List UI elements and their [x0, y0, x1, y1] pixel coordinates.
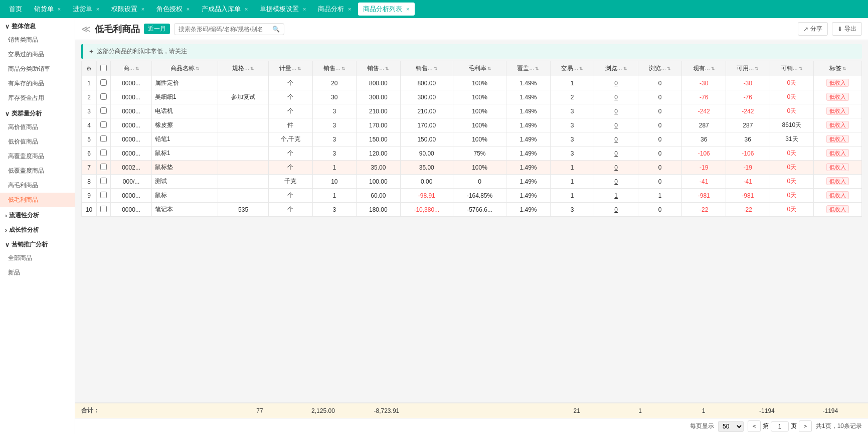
per-page-select[interactable]: 50 100 200 [718, 421, 744, 432]
nav-item-product-entry[interactable]: 产成品入库单 × [197, 3, 253, 16]
th-unit[interactable]: 计量...⇅ [268, 61, 312, 76]
cell-name[interactable]: 电话机 [152, 104, 218, 118]
next-page-button[interactable]: ＞ [799, 420, 812, 432]
share-button[interactable]: ↗ 分享 [798, 22, 828, 36]
page-input[interactable] [771, 421, 789, 431]
select-all-checkbox[interactable] [100, 65, 107, 71]
cell-browse1[interactable]: 0 [594, 147, 638, 161]
sidebar-item-low-coverage[interactable]: 低覆盖度商品 [0, 164, 75, 178]
cell-browse1[interactable]: 0 [594, 203, 638, 217]
sort-arrows-sales-profit[interactable]: ⇅ [434, 66, 438, 71]
browse1-link[interactable]: 0 [614, 136, 618, 143]
close-analysis-icon[interactable]: × [348, 6, 351, 12]
cell-checkbox[interactable] [97, 189, 111, 203]
cell-name[interactable]: 属性定价 [152, 76, 218, 90]
sort-arrows-spec[interactable]: ⇅ [250, 66, 254, 71]
sidebar-item-sales-goods[interactable]: 销售类商品 [0, 33, 75, 47]
nav-item-analysis-list[interactable]: 商品分析列表 × [358, 3, 414, 16]
prev-page-button[interactable]: ＜ [748, 420, 761, 432]
cell-browse1[interactable]: 0 [594, 90, 638, 104]
nav-item-template[interactable]: 单据模板设置 × [255, 3, 311, 16]
sort-arrows-name[interactable]: ⇅ [196, 66, 200, 71]
cell-checkbox[interactable] [97, 175, 111, 189]
close-analysis-list-icon[interactable]: × [406, 6, 409, 12]
browse1-link[interactable]: 0 [614, 94, 618, 101]
nav-item-sales[interactable]: 销货单 × [29, 3, 66, 16]
th-browse1[interactable]: 浏览...⇅ [594, 61, 638, 76]
sort-arrows-available[interactable]: ⇅ [755, 66, 759, 71]
nav-item-role[interactable]: 角色授权 × [151, 3, 195, 16]
row-checkbox[interactable] [100, 150, 107, 156]
browse1-link[interactable]: 0 [614, 108, 618, 115]
th-sales-amount[interactable]: 销售...⇅ [357, 61, 401, 76]
sidebar-group-growth[interactable]: › 成长性分析 [0, 222, 75, 236]
row-checkbox[interactable] [100, 192, 107, 198]
sort-arrows-tag[interactable]: ⇅ [842, 66, 846, 71]
sort-arrows-code[interactable]: ⇅ [135, 66, 139, 71]
sort-arrows-gross-margin[interactable]: ⇅ [487, 66, 491, 71]
sort-arrows-browse1[interactable]: ⇅ [623, 66, 627, 71]
sort-arrows-sales-qty[interactable]: ⇅ [341, 66, 345, 71]
sort-arrows-sales-amount[interactable]: ⇅ [385, 66, 389, 71]
search-box[interactable]: 🔍 [174, 23, 284, 35]
th-sales-qty[interactable]: 销售...⇅ [312, 61, 357, 76]
close-template-icon[interactable]: × [303, 6, 306, 12]
sort-arrows-browse2[interactable]: ⇅ [667, 66, 671, 71]
nav-item-analysis[interactable]: 商品分析 × [313, 3, 356, 16]
sidebar-item-inventory-capital[interactable]: 库存资金占用 [0, 91, 75, 105]
th-saleable[interactable]: 可销...⇅ [770, 61, 814, 76]
cell-browse1[interactable]: 0 [594, 104, 638, 118]
browse1-link[interactable]: 1 [614, 192, 618, 199]
cell-name[interactable]: 吴细细1 [152, 90, 218, 104]
browse1-link[interactable]: 0 [614, 80, 618, 87]
cell-name[interactable]: 橡皮擦 [152, 118, 218, 132]
cell-name[interactable]: 鼠标 [152, 189, 218, 203]
row-checkbox[interactable] [100, 135, 107, 142]
browse1-link[interactable]: 0 [614, 150, 618, 157]
cell-checkbox[interactable] [97, 132, 111, 147]
cell-browse1[interactable]: 0 [594, 118, 638, 132]
sidebar-item-traded-goods[interactable]: 交易过的商品 [0, 47, 75, 62]
sidebar-item-high-coverage[interactable]: 高覆盖度商品 [0, 149, 75, 164]
th-checkbox[interactable] [97, 61, 111, 76]
th-name[interactable]: 商品名称⇅ [152, 61, 218, 76]
close-sales-icon[interactable]: × [58, 6, 61, 12]
nav-item-purchase[interactable]: 进货单 × [68, 3, 104, 16]
cell-browse1[interactable]: 0 [594, 76, 638, 90]
cell-name[interactable]: 鼠标1 [152, 147, 218, 161]
sidebar-item-all-goods[interactable]: 全部商品 [0, 251, 75, 265]
row-checkbox[interactable] [100, 121, 107, 128]
cell-checkbox[interactable] [97, 104, 111, 118]
export-button[interactable]: ⬇ 导出 [832, 22, 862, 36]
sort-arrows-unit[interactable]: ⇅ [297, 66, 301, 71]
cell-name[interactable]: 测试 [152, 175, 218, 189]
close-permission-icon[interactable]: × [141, 6, 144, 12]
sidebar-item-low-value[interactable]: 低价值商品 [0, 134, 75, 149]
cell-browse1[interactable]: 0 [594, 161, 638, 175]
search-icon[interactable]: 🔍 [272, 26, 280, 33]
cell-checkbox[interactable] [97, 118, 111, 132]
cell-checkbox[interactable] [97, 147, 111, 161]
cell-browse1[interactable]: 1 [594, 189, 638, 203]
th-code[interactable]: 商...⇅ [111, 61, 152, 76]
collapse-sidebar-btn[interactable]: ≪ [81, 24, 91, 35]
cell-checkbox[interactable] [97, 90, 111, 104]
th-settings[interactable]: ⚙ [82, 61, 97, 76]
row-checkbox[interactable] [100, 93, 107, 100]
cell-browse1[interactable]: 0 [594, 175, 638, 189]
th-tag[interactable]: 标签⇅ [814, 61, 862, 76]
sidebar-item-high-value[interactable]: 高价值商品 [0, 120, 75, 134]
row-checkbox[interactable] [100, 79, 107, 86]
cell-browse1[interactable]: 0 [594, 132, 638, 147]
date-tag[interactable]: 近一月 [144, 24, 170, 34]
row-checkbox[interactable] [100, 107, 107, 114]
th-sales-profit[interactable]: 销售...⇅ [400, 61, 453, 76]
th-gross-margin[interactable]: 毛利率⇅ [453, 61, 506, 76]
row-checkbox[interactable] [100, 178, 107, 184]
sidebar-group-marketing[interactable]: ∨ 营销推广分析 [0, 236, 75, 251]
settings-icon[interactable]: ⚙ [86, 65, 92, 72]
browse1-link[interactable]: 0 [614, 164, 618, 171]
cell-name[interactable]: 铅笔1 [152, 132, 218, 147]
th-stock[interactable]: 现有...⇅ [682, 61, 726, 76]
sidebar-group-overall[interactable]: ∨ 整体信息 [0, 18, 75, 33]
